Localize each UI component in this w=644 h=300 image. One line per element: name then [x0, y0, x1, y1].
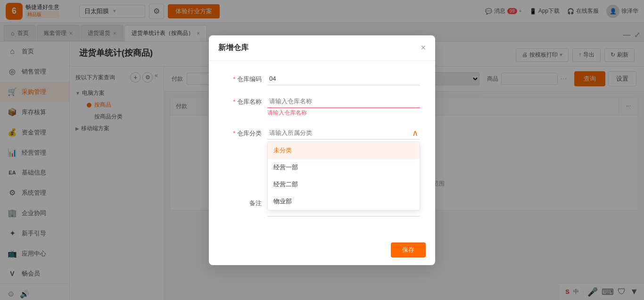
dropdown-item-none[interactable]: 未分类	[268, 142, 420, 159]
modal-title: 新增仓库	[218, 43, 248, 53]
category-select-wrap: ∧ 未分类 经营一部 经营二部 物业部	[267, 126, 420, 140]
name-input-wrap: 请输入仓库名称	[267, 95, 420, 117]
form-row-name: * 仓库名称 请输入仓库名称	[224, 95, 420, 117]
code-input-wrap	[267, 72, 420, 85]
name-error-msg: 请输入仓库名称	[267, 109, 420, 117]
category-input[interactable]	[267, 126, 420, 140]
dropdown-item-dept1[interactable]: 经营一部	[268, 159, 420, 176]
name-label: * 仓库名称	[224, 95, 262, 106]
required-star-name: *	[233, 98, 235, 105]
modal-body: * 仓库编码 * 仓库名称 请输入仓库名称	[209, 61, 435, 237]
note-label: 备注	[224, 196, 262, 208]
form-row-code: * 仓库编码	[224, 72, 420, 85]
dropdown-item-dept3[interactable]: 物业部	[268, 193, 420, 210]
save-button[interactable]: 保存	[391, 242, 426, 258]
dropdown-item-dept2[interactable]: 经营二部	[268, 176, 420, 193]
name-input[interactable]	[267, 95, 420, 108]
modal-overlay: 新增仓库 × * 仓库编码 * 仓库名称	[0, 0, 644, 300]
modal-close-button[interactable]: ×	[421, 43, 426, 52]
form-row-category: * 仓库分类 ∧ 未分类 经营一部 经营二部 物业部	[224, 126, 420, 140]
modal-footer: 保存	[209, 237, 435, 265]
modal-new-warehouse: 新增仓库 × * 仓库编码 * 仓库名称	[209, 35, 435, 265]
required-star-code: *	[233, 75, 235, 83]
category-dropdown: 未分类 经营一部 经营二部 物业部	[267, 142, 420, 210]
required-star-category: *	[233, 130, 235, 137]
modal-header: 新增仓库 ×	[209, 35, 435, 61]
code-label: * 仓库编码	[224, 72, 262, 83]
category-dropdown-arrow[interactable]: ∧	[412, 128, 418, 138]
code-input[interactable]	[267, 72, 420, 85]
category-label: * 仓库分类	[224, 126, 262, 138]
